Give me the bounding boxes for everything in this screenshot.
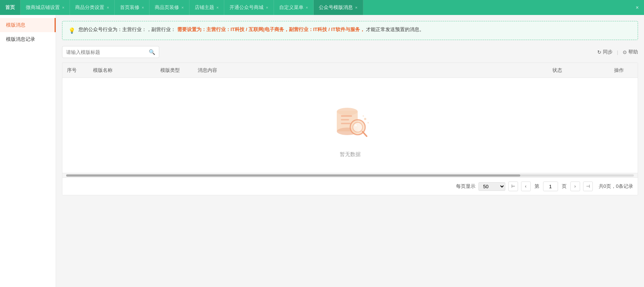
nav-tab-close[interactable]: × — [216, 5, 219, 10]
scrollbar-track — [66, 174, 634, 177]
search-input[interactable] — [66, 49, 149, 55]
top-nav: 首页 微商城店铺设置 × 商品分类设置 × 首页装修 × 商品页装修 × 店铺主… — [0, 0, 644, 15]
nav-tab-close[interactable]: × — [306, 5, 308, 10]
nav-tab-home[interactable]: 首页 — [0, 0, 21, 15]
sidebar-item-label: 模版消息记录 — [6, 36, 35, 42]
empty-state: 暂无数据 — [62, 78, 638, 173]
main-layout: 模版消息 模版消息记录 💡 您的公众号行业为：主营行业：，副营行业： 需要设置为… — [0, 15, 644, 287]
empty-illustration — [328, 100, 373, 145]
svg-rect-4 — [341, 119, 349, 120]
svg-point-12 — [363, 115, 364, 117]
notice-text-before: 您的公众号行业为：主营行业：，副营行业： — [78, 27, 176, 32]
total-text: 共0页，0条记录 — [599, 183, 633, 190]
nav-tab-theme[interactable]: 店铺主题 × — [189, 0, 224, 15]
nav-tab-label: 商品分类设置 — [75, 4, 104, 11]
page-first-button[interactable]: ⊢ — [508, 181, 518, 191]
scrollbar-thumb — [66, 174, 520, 177]
notice-box: 💡 您的公众号行业为：主营行业：，副营行业： 需要设置为：主营行业：IT科技 /… — [62, 21, 638, 40]
nav-tab-open-mall[interactable]: 开通公众号商城 × — [224, 0, 274, 15]
col-header-name: 模版名称 — [89, 67, 156, 74]
nav-tab-close[interactable]: × — [62, 5, 64, 10]
notice-text: 您的公众号行业为：主营行业：，副营行业： 需要设置为：主营行业：IT科技 / 互… — [78, 26, 424, 34]
search-input-wrap: 🔍 — [62, 46, 159, 58]
nav-tab-label: 商品页装修 — [155, 4, 179, 11]
svg-point-9 — [355, 124, 357, 126]
svg-point-10 — [364, 118, 366, 120]
sync-button[interactable]: ↻ 同步 — [597, 49, 613, 55]
sidebar-item-template-msg[interactable]: 模版消息 — [0, 18, 56, 32]
nav-tab-template-msg[interactable]: 公众号模版消息 × — [314, 0, 363, 15]
page-number-input[interactable] — [543, 181, 558, 191]
help-label: 帮助 — [628, 49, 638, 55]
nav-tab-label: 开通公众号商城 — [229, 4, 264, 11]
search-bar: 🔍 ↻ 同步 | ⊙ 帮助 — [62, 46, 638, 58]
col-header-status: 状态 — [548, 67, 600, 74]
nav-tab-close[interactable]: × — [266, 5, 268, 10]
col-header-action: 操作 — [600, 67, 638, 74]
nav-tab-label: 店铺主题 — [195, 4, 214, 11]
nav-tab-product-page[interactable]: 商品页装修 × — [150, 0, 189, 15]
page-prev-button[interactable]: ‹ — [521, 181, 531, 191]
page-size-label: 每页显示 — [456, 183, 475, 190]
page-next-button[interactable]: › — [570, 181, 580, 191]
nav-tab-label: 首页装修 — [120, 4, 139, 11]
nav-tab-homepage[interactable]: 首页装修 × — [115, 0, 150, 15]
nav-tab-label: 微商城店铺设置 — [26, 4, 60, 11]
notice-highlight: 需要设置为：主营行业：IT科技 / 互联网|电子商务，副营行业：IT科技 / I… — [177, 27, 365, 32]
nav-tab-close[interactable]: × — [355, 5, 357, 10]
svg-line-8 — [363, 132, 367, 136]
page-last-button[interactable]: ⊣ — [583, 181, 593, 191]
svg-point-7 — [353, 122, 363, 132]
svg-rect-5 — [341, 123, 351, 124]
nav-tab-close[interactable]: × — [142, 5, 144, 10]
nav-tab-label: 自定义菜单 — [279, 4, 303, 11]
nav-tab-close[interactable]: × — [107, 5, 109, 10]
sync-icon: ↻ — [597, 49, 601, 55]
nav-tab-weishangcheng[interactable]: 微商城店铺设置 × — [21, 0, 70, 15]
pagination-bar: 每页显示 10 20 50 100 ⊢ ‹ 第 页 › ⊣ 共0页，0条记录 — [62, 177, 638, 195]
data-table: 序号 模版名称 模版类型 消息内容 状态 操作 — [62, 62, 638, 195]
toolbar-divider: | — [617, 49, 618, 55]
sync-label: 同步 — [603, 49, 613, 55]
notice-icon: 💡 — [68, 26, 76, 35]
table-header: 序号 模版名称 模版类型 消息内容 状态 操作 — [62, 63, 638, 78]
nav-close-all-button[interactable]: × — [631, 0, 644, 15]
sidebar: 模版消息 模版消息记录 — [0, 15, 56, 287]
toolbar-right: ↻ 同步 | ⊙ 帮助 — [597, 49, 638, 55]
nav-tab-home-label: 首页 — [5, 4, 15, 11]
notice-text-after: 才能正常发送预置的消息。 — [366, 27, 424, 32]
nav-tab-custom-menu[interactable]: 自定义菜单 × — [274, 0, 314, 15]
page-unit-label: 页 — [562, 183, 567, 190]
svg-rect-3 — [341, 115, 352, 117]
page-di-label: 第 — [534, 183, 539, 190]
search-icon[interactable]: 🔍 — [149, 49, 155, 55]
col-header-type: 模版类型 — [156, 67, 193, 74]
col-header-seq: 序号 — [62, 67, 89, 74]
svg-point-11 — [367, 122, 369, 123]
help-button[interactable]: ⊙ 帮助 — [623, 49, 638, 55]
nav-tab-category[interactable]: 商品分类设置 × — [70, 0, 114, 15]
content-area: 💡 您的公众号行业为：主营行业：，副营行业： 需要设置为：主营行业：IT科技 /… — [56, 15, 644, 287]
empty-text: 暂无数据 — [340, 151, 361, 158]
sidebar-item-label: 模版消息 — [6, 22, 25, 28]
scrollbar-area — [62, 173, 638, 177]
nav-tab-close[interactable]: × — [181, 5, 184, 10]
page-size-select[interactable]: 10 20 50 100 — [478, 182, 505, 191]
col-header-content: 消息内容 — [193, 67, 548, 74]
nav-tab-label: 公众号模版消息 — [319, 4, 353, 11]
sidebar-item-template-msg-record[interactable]: 模版消息记录 — [0, 32, 56, 46]
help-icon: ⊙ — [623, 49, 627, 55]
